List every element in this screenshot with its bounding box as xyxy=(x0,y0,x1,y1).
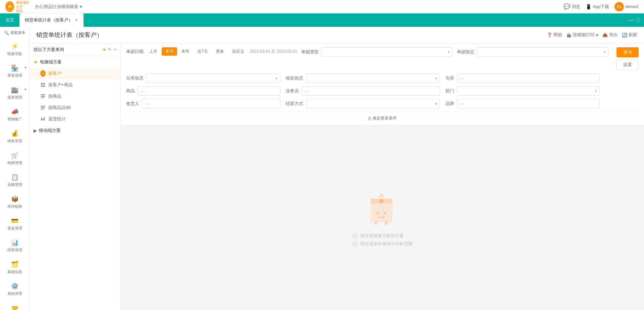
scheme-item-by-customer[interactable]: 人 按客户 xyxy=(30,68,120,79)
date-btn-last-month[interactable]: 上月 xyxy=(146,47,161,56)
warehouse-select[interactable]: ··· xyxy=(457,73,600,83)
help-button[interactable]: ❓ 帮助 xyxy=(547,32,562,38)
query-button[interactable]: 查询 xyxy=(616,47,639,57)
scheme-item-by-customer-product[interactable]: 按客户+商品 xyxy=(30,79,120,91)
sidebar-item-marketing[interactable]: 📣 营销推广 xyxy=(0,104,29,126)
maximize-icon[interactable]: □ xyxy=(637,17,640,23)
minimize-icon[interactable]: — xyxy=(629,17,634,23)
retail-arrow: ▲ xyxy=(24,65,27,69)
industry-selector[interactable]: 办公用品行业模拟账套 ▾ xyxy=(35,4,82,10)
department-select[interactable]: ▾ xyxy=(457,86,600,96)
sidebar-item-ecommerce[interactable]: 🛒 电商管理 xyxy=(0,148,29,169)
collapse-button[interactable]: ⋀ 收起更多条件 xyxy=(368,115,397,121)
status-select[interactable]: ▾ xyxy=(477,47,608,57)
search-icon: 🔍 xyxy=(4,31,9,35)
message-button[interactable]: 💬 消息 xyxy=(564,3,580,10)
date-btn-last7[interactable]: 近7天 xyxy=(194,47,212,56)
user-menu[interactable]: Ea demo2 xyxy=(614,2,639,11)
mobile-scheme-group: ▶ 移动端方案 xyxy=(30,125,120,136)
sidebar-item-quick-nav[interactable]: ⚡ 快捷导航 xyxy=(0,39,29,60)
print-button[interactable]: 🖨️ 按模板打印 ▾ xyxy=(566,32,598,38)
by-product99-icon xyxy=(40,105,46,110)
sidebar-item-label-wholesale: 批发管理 xyxy=(7,95,22,100)
svg-rect-3 xyxy=(43,83,45,85)
settlement-arrow-icon: ▾ xyxy=(435,102,437,106)
empty-state: ① 请先选择要分析的方案 ② 用过滤条件来缩小分析范围 xyxy=(121,125,644,310)
hint-text-2: 用过滤条件来缩小分析范围 xyxy=(360,241,413,247)
tab-home[interactable]: 首页 xyxy=(0,13,19,27)
mobile-group-toggle[interactable]: ▶ 移动端方案 xyxy=(30,125,120,136)
collapse-panel-button[interactable]: « xyxy=(114,47,116,53)
scheme-item-return-stats[interactable]: 退货统计 xyxy=(30,113,120,125)
sidebar-item-label-marketing: 营销推广 xyxy=(7,117,22,122)
edit-scheme-button[interactable]: ✎ xyxy=(108,47,112,53)
sidebar-item-finance[interactable]: 💳 资金管理 xyxy=(0,213,29,235)
shipment-select[interactable]: ▾ xyxy=(146,73,280,83)
brand-label: 品牌 xyxy=(445,101,454,107)
product-select[interactable]: ··· xyxy=(138,86,280,96)
date-btn-this-month[interactable]: 本月 xyxy=(162,47,177,56)
date-btn-more[interactable]: 更多 xyxy=(212,47,228,56)
export-button[interactable]: 📤 导出 xyxy=(602,32,618,38)
desktop-scheme-group: ▼ 电脑端方案 人 按客户 xyxy=(30,56,120,125)
scheme-item-by-product[interactable]: 按商品 xyxy=(30,91,120,102)
left-panel-actions: + ✎ « xyxy=(103,47,116,53)
sidebar-item-system[interactable]: ⚙️ 系统管理 xyxy=(0,278,29,300)
desktop-group-toggle[interactable]: ▼ 电脑端方案 xyxy=(30,56,120,68)
tab-stats[interactable]: 销货单统计表（按客户） ✕ xyxy=(19,13,84,27)
sidebar-item-purchase[interactable]: 📋 采购管理 xyxy=(0,169,29,191)
empty-illustration xyxy=(357,189,408,229)
operations-icon: 📊 xyxy=(11,239,18,246)
receiver-label: 收货人 xyxy=(126,101,139,107)
warehouse-dots[interactable]: ··· xyxy=(460,75,464,81)
sidebar: 🔍 搜索菜单 ⚡ 快捷导航 🏪 零售管理 ▲ 🏬 批发管理 ▲ 📣 营销推广 xyxy=(0,27,30,310)
sidebar-item-basic[interactable]: 🗂️ 基础信息 xyxy=(0,257,29,278)
industry-label: 办公用品行业模拟账套 xyxy=(35,4,78,10)
type-select[interactable]: ▾ xyxy=(321,47,453,57)
date-range-display: 2023-03-01 至 2023-03-31 xyxy=(250,49,297,54)
svg-rect-5 xyxy=(43,85,45,87)
product-label: 商品 xyxy=(126,88,135,94)
export-label: 导出 xyxy=(609,32,618,38)
sidebar-item-label-purchase: 采购管理 xyxy=(7,182,22,187)
refresh-button[interactable]: 🔄 刷新 xyxy=(622,32,637,38)
type-arrow-icon: ▾ xyxy=(448,50,450,54)
settlement-select[interactable]: ▾ xyxy=(306,99,440,108)
svg-rect-8 xyxy=(41,98,44,98)
receiver-filter: 收货人 ··· xyxy=(126,99,280,108)
app-download-button[interactable]: 📱 App下载 xyxy=(586,4,609,10)
product-dots[interactable]: ··· xyxy=(141,88,145,94)
sidebar-item-wholesale[interactable]: 🏬 批发管理 ▲ xyxy=(0,82,29,104)
logo-text: 畅捷通好生意 标版 xyxy=(16,0,32,13)
refresh-icon: 🔄 xyxy=(622,33,627,38)
sidebar-item-sales[interactable]: 💰 销售管理 xyxy=(0,126,29,148)
payment-label: 收款状态 xyxy=(286,75,303,81)
sidebar-item-inventory[interactable]: 📦 库存核算 xyxy=(0,191,29,213)
scheme-item-by-product99[interactable]: 按商品品99 xyxy=(30,102,120,113)
search-menu-button[interactable]: 🔍 搜索菜单 xyxy=(0,27,29,39)
sidebar-item-retail[interactable]: 🏪 零售管理 ▲ xyxy=(0,60,29,82)
page-title: 销货单统计表（按客户） xyxy=(36,31,103,39)
tab-close-icon[interactable]: ✕ xyxy=(75,18,78,22)
date-btn-custom[interactable]: 自定义 xyxy=(228,47,248,56)
date-btn-this-year[interactable]: 本年 xyxy=(178,47,193,56)
print-label: 按模板打印 xyxy=(573,32,595,38)
enterprise-icon: 🤝 xyxy=(11,304,18,310)
quick-nav-icon: ⚡ xyxy=(11,43,18,50)
print-icon: 🖨️ xyxy=(566,33,572,38)
receiver-select[interactable]: ··· xyxy=(142,99,280,108)
salesperson-dots[interactable]: ··· xyxy=(305,88,309,94)
sidebar-item-enterprise[interactable]: 🤝 企业协同 xyxy=(0,300,29,310)
sidebar-item-label-operations: 经营管理 xyxy=(7,248,22,253)
sidebar-item-operations[interactable]: 📊 经营管理 xyxy=(0,235,29,257)
salesperson-select[interactable]: ··· xyxy=(302,86,440,96)
receiver-dots[interactable]: ··· xyxy=(145,101,149,106)
add-scheme-button[interactable]: + xyxy=(103,47,106,53)
svg-rect-11 xyxy=(41,109,44,110)
brand-dots[interactable]: ··· xyxy=(460,101,464,106)
payment-select[interactable]: ▾ xyxy=(306,73,440,83)
svg-rect-21 xyxy=(385,221,387,225)
settings-button[interactable]: 设置 xyxy=(616,59,639,70)
action-buttons: 查询 设置 xyxy=(612,47,639,70)
brand-select[interactable]: ··· xyxy=(457,99,600,108)
